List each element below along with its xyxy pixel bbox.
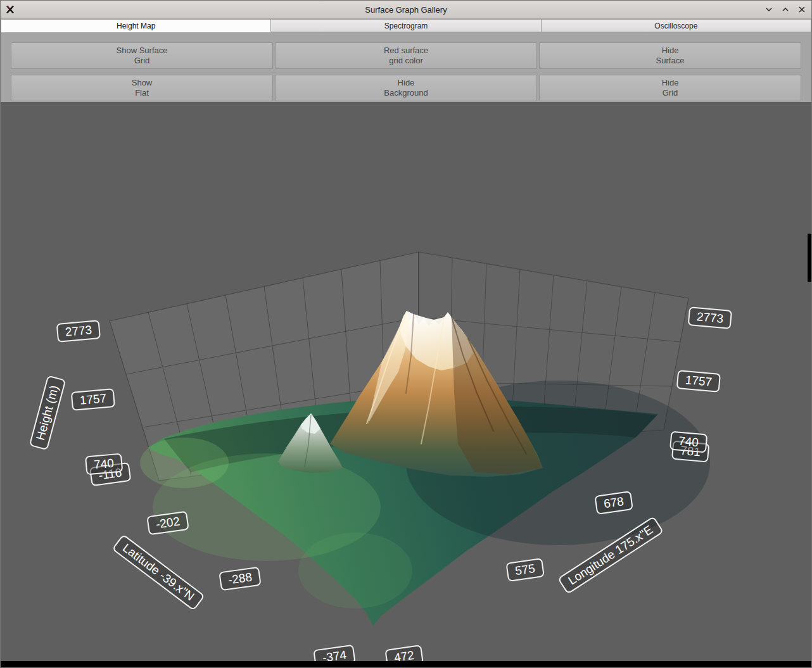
maximize-button[interactable]: [780, 4, 791, 15]
chevron-down-icon: [765, 6, 773, 13]
height-axis-tick: 740: [669, 431, 707, 453]
toolbar: Show Surface Grid Red surface grid color…: [1, 32, 811, 102]
close-icon: [798, 6, 806, 13]
toggle-flat-button[interactable]: Show Flat: [11, 75, 273, 101]
close-button[interactable]: [796, 4, 808, 15]
toggle-background-button[interactable]: Hide Background: [275, 75, 537, 101]
height-axis-tick: 740: [85, 453, 123, 476]
titlebar[interactable]: Surface Graph Gallery: [1, 1, 811, 19]
app-window: Surface Graph Gallery Height Map Spectro…: [0, 0, 812, 668]
height-axis-tick: 2773: [688, 306, 733, 329]
height-axis-tick: 2773: [56, 320, 101, 343]
height-axis-tick: 1757: [71, 388, 116, 411]
toggle-grid-button[interactable]: Hide Grid: [539, 75, 801, 101]
bottom-black-bar: [1, 661, 811, 667]
toggle-surface-button[interactable]: Hide Surface: [539, 42, 801, 69]
height-axis-tick: 1757: [676, 370, 721, 393]
surface-plot-view[interactable]: -116 -202 -288 -374 Latitude -39.x"N 781…: [1, 102, 811, 661]
window-title: Surface Graph Gallery: [1, 5, 811, 15]
tab-oscilloscope[interactable]: Oscilloscope: [542, 19, 811, 32]
right-edge-artifact: [808, 234, 811, 282]
tab-bar: Height Map Spectrogram Oscilloscope: [1, 19, 811, 32]
tab-spectrogram[interactable]: Spectrogram: [271, 19, 541, 32]
app-icon: [5, 4, 15, 15]
tab-height-map[interactable]: Height Map: [1, 19, 271, 32]
surface-grid-color-button[interactable]: Red surface grid color: [275, 42, 537, 69]
chevron-up-icon: [782, 6, 789, 13]
toggle-surface-grid-button[interactable]: Show Surface Grid: [11, 42, 273, 69]
shade-button[interactable]: [763, 4, 775, 15]
